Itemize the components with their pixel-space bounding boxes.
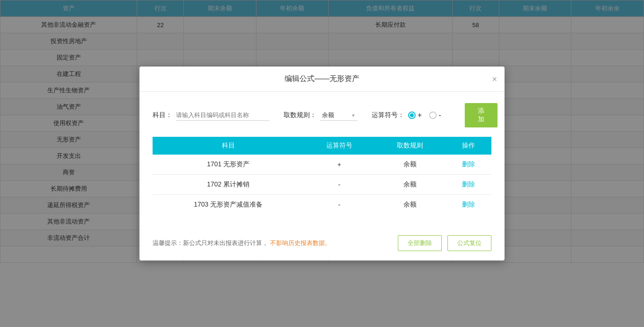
radio-plus-circle bbox=[408, 111, 416, 119]
add-button[interactable]: 添加 bbox=[465, 103, 498, 127]
rule-label: 取数规则： bbox=[284, 111, 316, 119]
modal-dialog: 编辑公式——无形资产 × 科目： 取数规则： 余额 借方 bbox=[139, 67, 505, 260]
tip-highlight: 不影响历史报表数据。 bbox=[270, 239, 331, 246]
cell-action: 删除 bbox=[446, 175, 491, 195]
delete-link-3[interactable]: 删除 bbox=[462, 201, 475, 208]
col-operator: 运算符号 bbox=[304, 137, 374, 155]
cell-subject: 1702 累计摊销 bbox=[153, 175, 304, 195]
rule-select[interactable]: 余额 借方 贷方 bbox=[320, 110, 358, 121]
modal-header: 编辑公式——无形资产 × bbox=[139, 67, 505, 92]
modal-title: 编辑公式——无形资产 bbox=[285, 74, 359, 82]
operator-section: 运算符号： + - bbox=[372, 111, 455, 119]
rule-section: 取数规则： 余额 借方 贷方 ▼ bbox=[284, 110, 358, 121]
delete-all-button[interactable]: 全部删除 bbox=[398, 235, 442, 251]
delete-link-2[interactable]: 删除 bbox=[462, 180, 475, 188]
subject-section: 科目： bbox=[153, 110, 270, 121]
tip-prefix: 温馨提示：新公式只对未出报表进行计算， bbox=[153, 239, 268, 246]
col-subject: 科目 bbox=[153, 137, 304, 155]
cell-action: 删除 bbox=[446, 155, 491, 175]
cell-operator: - bbox=[304, 175, 374, 195]
radio-plus[interactable]: + bbox=[408, 111, 422, 119]
modal-body: 科目： 取数规则： 余额 借方 贷方 ▼ bbox=[139, 92, 505, 230]
cell-rule: 余额 bbox=[375, 155, 446, 175]
cell-subject: 1703 无形资产减值准备 bbox=[153, 195, 304, 215]
rule-select-wrapper: 余额 借方 贷方 ▼ bbox=[320, 110, 358, 121]
subject-label: 科目： bbox=[153, 111, 172, 119]
col-action: 操作 bbox=[446, 137, 491, 155]
table-row: 1701 无形资产 + 余额 删除 bbox=[153, 155, 491, 175]
modal-overlay: 编辑公式——无形资产 × 科目： 取数规则： 余额 借方 bbox=[0, 0, 644, 327]
cell-subject: 1701 无形资产 bbox=[153, 155, 304, 175]
radio-minus[interactable]: - bbox=[429, 111, 441, 119]
cell-action: 删除 bbox=[446, 195, 491, 215]
reset-formula-button[interactable]: 公式复位 bbox=[447, 235, 491, 251]
radio-plus-label: + bbox=[417, 111, 422, 119]
delete-link-1[interactable]: 删除 bbox=[462, 160, 475, 168]
table-row: 1702 累计摊销 - 余额 删除 bbox=[153, 175, 491, 195]
col-rule: 取数规则 bbox=[375, 137, 446, 155]
cell-rule: 余额 bbox=[375, 195, 446, 215]
formula-table: 科目 运算符号 取数规则 操作 1701 无形资产 + 余额 删除 1702 累… bbox=[153, 137, 491, 215]
table-header-row: 科目 运算符号 取数规则 操作 bbox=[153, 137, 491, 155]
cell-rule: 余额 bbox=[375, 175, 446, 195]
radio-group: + - bbox=[408, 111, 441, 119]
radio-minus-circle bbox=[429, 111, 437, 119]
cell-operator: + bbox=[304, 155, 374, 175]
operator-label: 运算符号： bbox=[372, 111, 404, 119]
modal-footer: 温馨提示：新公式只对未出报表进行计算， 不影响历史报表数据。 全部删除 公式复位 bbox=[139, 230, 505, 260]
form-row: 科目： 取数规则： 余额 借方 贷方 ▼ bbox=[153, 103, 491, 127]
cell-operator: - bbox=[304, 195, 374, 215]
radio-minus-label: - bbox=[439, 111, 441, 119]
subject-input[interactable] bbox=[176, 110, 270, 121]
tip-area: 温馨提示：新公式只对未出报表进行计算， 不影响历史报表数据。 bbox=[153, 239, 331, 247]
table-row: 1703 无形资产减值准备 - 余额 删除 bbox=[153, 195, 491, 215]
modal-close-button[interactable]: × bbox=[492, 75, 497, 83]
footer-buttons: 全部删除 公式复位 bbox=[398, 235, 491, 251]
